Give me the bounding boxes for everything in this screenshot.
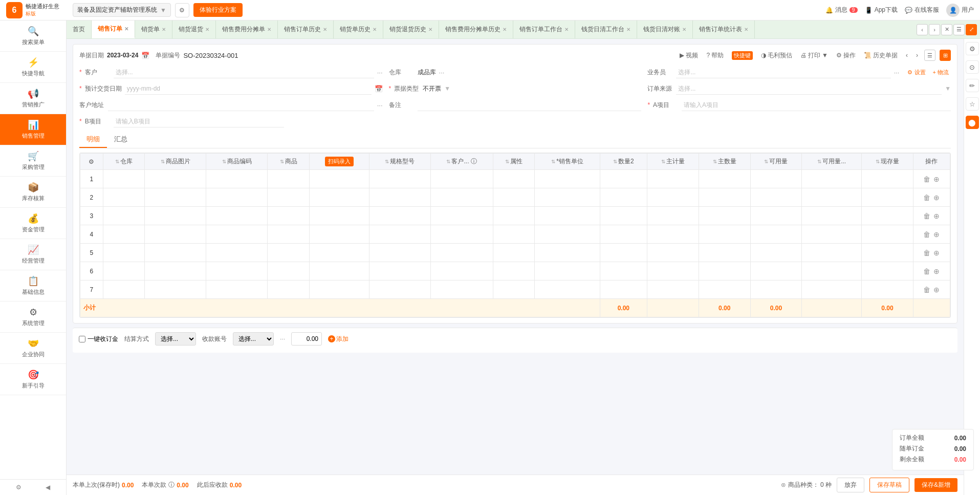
th-attribute[interactable]: 属性 xyxy=(493,154,535,170)
delivery-calendar-icon[interactable]: 📅 xyxy=(375,85,383,93)
row-3-customer-code[interactable] xyxy=(430,207,493,225)
address-input[interactable] xyxy=(108,99,374,111)
sidebar-item-nav[interactable]: ⚡ 快捷导航 xyxy=(0,52,66,83)
row-7-warehouse[interactable] xyxy=(103,281,145,299)
one-click-deposit-checkbox[interactable]: 一键收订金 xyxy=(79,335,118,343)
invoice-dropdown[interactable]: ▼ xyxy=(444,85,450,92)
row-1-main-unit[interactable] xyxy=(647,170,699,188)
tab-stats[interactable]: 销售订单统计表 ✕ xyxy=(693,20,755,38)
row-2-main-unit[interactable] xyxy=(647,188,699,207)
ellipsis-receipt[interactable]: ··· xyxy=(280,335,285,342)
remark-input[interactable] xyxy=(418,99,642,111)
tab-return-history-close[interactable]: ✕ xyxy=(428,27,432,32)
sidebar-item-collab[interactable]: 🤝 企业协同 xyxy=(0,333,66,364)
row-3-unit[interactable] xyxy=(535,207,600,225)
row-3-delete-icon[interactable]: 🗑 xyxy=(923,212,930,220)
row-1-unit[interactable] xyxy=(535,170,600,188)
tab-stats-close[interactable]: ✕ xyxy=(744,27,748,32)
tab-home[interactable]: 首页 xyxy=(67,20,92,38)
row-3-qty2[interactable] xyxy=(600,207,647,225)
tab-sales-order[interactable]: 销售订单 ✕ xyxy=(92,20,135,38)
notification-button[interactable]: 🔔 消息 9 xyxy=(825,6,858,14)
row-1-copy-icon[interactable]: ⊕ xyxy=(933,175,940,183)
tab-return[interactable]: 销货退货 ✕ xyxy=(172,20,216,38)
tab-expand-button[interactable]: ⤢ xyxy=(966,24,977,35)
a-project-input[interactable] xyxy=(682,99,951,111)
row-1-main-qty[interactable] xyxy=(699,170,750,188)
tab-daily-workbench-close[interactable]: ✕ xyxy=(626,27,630,32)
th-main-unit[interactable]: 主计量 xyxy=(647,154,699,170)
row-2-attr[interactable] xyxy=(493,188,535,207)
tab-next-button[interactable]: › xyxy=(929,24,940,35)
deposit-amount-input[interactable]: 0.00 xyxy=(291,332,322,346)
customer-ellipsis[interactable]: ··· xyxy=(377,69,383,76)
tab-sales-order-close[interactable]: ✕ xyxy=(124,26,128,32)
tab-daily-reconcile-close[interactable]: ✕ xyxy=(682,27,686,32)
address-ellipsis[interactable]: ··· xyxy=(377,101,383,109)
th-product[interactable]: 商品 xyxy=(268,154,310,170)
tab-menu-button[interactable]: ☰ xyxy=(953,24,965,35)
sidebar-item-sales[interactable]: 📊 销售管理 xyxy=(0,114,66,145)
rp-star-button[interactable]: ☆ xyxy=(966,97,979,111)
payment-method-select[interactable]: 选择... xyxy=(155,332,196,346)
row-3-attr[interactable] xyxy=(493,207,535,225)
th-settings[interactable]: ⚙ xyxy=(80,154,103,170)
row-2-qty2[interactable] xyxy=(600,188,647,207)
tab-expense-split-close[interactable]: ✕ xyxy=(267,27,271,32)
row-4-delete-icon[interactable]: 🗑 xyxy=(923,230,930,239)
rp-circle-button[interactable]: ⊙ xyxy=(966,60,979,74)
sidebar-collapse-icon[interactable]: ◀ xyxy=(46,484,50,491)
tab-order-workbench[interactable]: 销售订单工作台 ✕ xyxy=(513,20,575,38)
tab-order-history[interactable]: 销售订单历史 ✕ xyxy=(278,20,334,38)
row-2-product[interactable] xyxy=(268,188,310,207)
tab-sales-slip[interactable]: 销货单 ✕ xyxy=(135,20,172,38)
row-5-copy-icon[interactable]: ⊕ xyxy=(933,249,940,257)
profit-button[interactable]: ◑ 毛利预估 xyxy=(759,50,794,61)
row-1-spec[interactable] xyxy=(369,170,430,188)
settings-button[interactable]: ⚙ xyxy=(175,3,189,17)
row-7-delete-icon[interactable]: 🗑 xyxy=(923,286,930,294)
row-2-warehouse[interactable] xyxy=(103,188,145,207)
tab-slip-history[interactable]: 销货单历史 ✕ xyxy=(334,20,383,38)
rp-settings-button[interactable]: ⚙ xyxy=(966,42,979,55)
sidebar-item-operation[interactable]: 📈 经营管理 xyxy=(0,239,66,270)
save-draft-button[interactable]: 保存草稿 xyxy=(869,478,909,492)
row-4-copy-icon[interactable]: ⊕ xyxy=(933,230,940,239)
row-6-warehouse[interactable] xyxy=(103,262,145,281)
warehouse-ellipsis[interactable]: ··· xyxy=(439,69,445,76)
sidebar-item-system[interactable]: ⚙ 系统管理 xyxy=(0,302,66,333)
tab-order-history-close[interactable]: ✕ xyxy=(323,27,327,32)
row-4-warehouse[interactable] xyxy=(103,225,145,244)
tab-daily-reconcile[interactable]: 钱货日清对账 ✕ xyxy=(637,20,693,38)
row-6-copy-icon[interactable]: ⊕ xyxy=(933,267,940,275)
row-1-product[interactable] xyxy=(268,170,310,188)
one-click-checkbox[interactable] xyxy=(79,336,85,342)
settings-field-button[interactable]: ⚙ 设置 xyxy=(905,68,927,77)
row-1-customer-code[interactable] xyxy=(430,170,493,188)
tab-return-history[interactable]: 销货退货历史 ✕ xyxy=(383,20,439,38)
sidebar-item-search[interactable]: 🔍 搜索菜单 xyxy=(0,20,66,52)
sidebar-item-inventory[interactable]: 📦 库存核算 xyxy=(0,177,66,208)
nav-prev-button[interactable]: ‹ xyxy=(904,51,910,60)
receipt-account-select[interactable]: 选择... xyxy=(233,332,274,346)
help-button[interactable]: ? 帮助 xyxy=(704,50,726,61)
scan-button[interactable]: 扫码录入 xyxy=(325,157,354,166)
online-service-button[interactable]: 💬 在线客服 xyxy=(905,6,939,14)
row-3-copy-icon[interactable]: ⊕ xyxy=(933,212,940,220)
tab-daily-workbench[interactable]: 钱货日清工作台 ✕ xyxy=(575,20,637,38)
tab-expense-history[interactable]: 销售费用分摊单历史 ✕ xyxy=(439,20,513,38)
row-3-main-unit[interactable] xyxy=(647,207,699,225)
row-3-main-qty[interactable] xyxy=(699,207,750,225)
system-selector[interactable]: 装备及固定资产辅助管理系统 ▼ xyxy=(73,3,171,17)
add-field-button[interactable]: + 物流 xyxy=(931,68,951,77)
salesperson-ellipsis[interactable]: ··· xyxy=(894,69,900,76)
view-video-button[interactable]: ▶ 视频 xyxy=(678,50,700,61)
print-button[interactable]: 🖨 打印 ▼ xyxy=(798,50,830,61)
row-2-copy-icon[interactable]: ⊕ xyxy=(933,193,940,202)
th-warehouse[interactable]: 仓库 xyxy=(103,154,145,170)
shortcut-button[interactable]: 快捷键 xyxy=(730,50,755,61)
row-1-warehouse[interactable] xyxy=(103,170,145,188)
th-unit[interactable]: *销售单位 xyxy=(535,154,600,170)
tab-more-button[interactable]: ✕ xyxy=(941,24,952,35)
th-qty2[interactable]: 数量2 xyxy=(600,154,647,170)
